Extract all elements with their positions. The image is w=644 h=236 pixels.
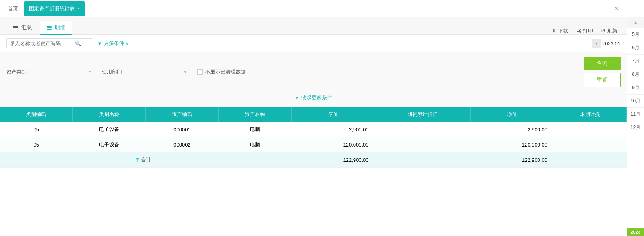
cell-current-dep	[554, 137, 627, 152]
svg-rect-0	[13, 26, 18, 27]
asset-category-select[interactable]: ▾	[30, 69, 92, 75]
department-field: 使用部门 ▾	[102, 68, 188, 75]
cell-category-code: 05	[0, 137, 72, 152]
month-item[interactable]: 12月	[627, 121, 644, 134]
window-close-button[interactable]: ✕	[611, 3, 622, 14]
reset-button[interactable]: 重置	[584, 73, 621, 87]
cell-accumulated-dep	[375, 137, 470, 152]
search-icon: 🔍	[75, 40, 81, 46]
svg-rect-2	[13, 29, 18, 29]
svg-rect-1	[13, 27, 18, 28]
nav-tab-label: 固定资产折旧统计表	[29, 5, 75, 12]
print-button[interactable]: 🖨 打印	[576, 27, 593, 34]
total-accumulated-dep	[375, 152, 470, 168]
active-nav-tab[interactable]: 固定资产折旧统计表 ×	[24, 1, 85, 16]
collapse-label: 收起更多条件	[301, 94, 332, 101]
table-header-row: 类别编码 类别名称 资产编码 资产名称 原值 期初累计折旧 净值 本期计提	[0, 107, 627, 122]
month-item[interactable]: 9月	[627, 81, 644, 95]
download-button[interactable]: ⬇ 下载	[552, 27, 568, 34]
cell-category-code: 05	[0, 122, 72, 137]
top-nav: 首页 固定资产折旧统计表 × ✕	[0, 0, 627, 17]
year-badge: 2023	[627, 228, 644, 236]
cell-category-name: 电子设备	[72, 122, 145, 137]
month-item[interactable]: 8月	[627, 68, 644, 81]
search-input-wrap[interactable]: 🔍	[6, 38, 92, 48]
cell-original-value: 2,900.00	[292, 122, 375, 137]
month-item[interactable]: 5月	[627, 28, 644, 41]
department-arrow: ▾	[184, 70, 186, 74]
svg-rect-4	[47, 27, 52, 28]
total-label-cell: ⊞合计：	[0, 152, 292, 168]
download-icon: ⬇	[552, 28, 556, 34]
cell-net-value: 2,900.00	[470, 122, 554, 137]
total-current-dep	[554, 152, 627, 168]
total-row: ⊞合计： 122,900.00 122,900.00	[0, 152, 627, 168]
month-item[interactable]: 7月	[627, 55, 644, 68]
cell-original-value: 120,000.00	[292, 137, 375, 152]
search-input[interactable]	[10, 41, 72, 46]
col-header-accumulated-dep: 期初累计折旧	[375, 107, 470, 122]
col-header-asset-code: 资产编码	[146, 107, 218, 122]
sidebar-scroll-up[interactable]: ▲	[627, 17, 644, 28]
right-sidebar: ▲ 5月6月7月8月9月10月11月12月 2023	[627, 0, 644, 236]
date-nav: › 2023.01	[592, 39, 621, 48]
cell-asset-code: 000001	[146, 122, 218, 137]
col-header-current-dep: 本期计提	[554, 107, 627, 122]
layers-icon	[13, 25, 19, 31]
search-bar: 🔍 ▼ 更多条件 ∨ › 2023.01	[0, 35, 627, 52]
sidebar-top-spacer	[627, 0, 644, 17]
refresh-label: 刷新	[607, 27, 617, 34]
refresh-button[interactable]: ↺ 刷新	[601, 27, 617, 34]
collapse-conditions-toggle[interactable]: ∧ 收起更多条件	[6, 92, 621, 102]
hide-cleared-checkbox-wrap[interactable]: 不显示已清理数据	[197, 68, 246, 75]
department-label: 使用部门	[102, 68, 122, 75]
col-header-category-code: 类别编码	[0, 107, 72, 122]
month-item[interactable]: 6月	[627, 41, 644, 55]
asset-category-label: 资产类别	[6, 68, 27, 75]
query-button[interactable]: 查询	[584, 57, 621, 70]
total-original-value: 122,900.00	[292, 152, 375, 168]
asset-category-field: 资产类别 ▾	[6, 68, 92, 75]
col-header-asset-name: 资产名称	[218, 107, 291, 122]
hide-cleared-checkbox[interactable]	[197, 69, 203, 75]
filter-row-1: 资产类别 ▾ 使用部门 ▾ 不显示已清理数据 查询 重置	[6, 57, 621, 87]
table-row: 05 电子设备 000002 电脑 120,000.00 120,000.00	[0, 137, 627, 152]
table-row: 05 电子设备 000001 电脑 2,900.00 2,900.00	[0, 122, 627, 137]
download-label: 下载	[558, 27, 568, 34]
svg-rect-3	[47, 26, 52, 27]
asset-category-arrow: ▾	[89, 70, 91, 74]
filter-icon: ▼	[97, 41, 102, 46]
data-table-wrap: 类别编码 类别名称 资产编码 资产名称 原值 期初累计折旧 净值 本期计提 05…	[0, 107, 627, 236]
svg-rect-5	[47, 29, 52, 30]
tab-detail[interactable]: 明细	[40, 21, 72, 35]
col-header-original-value: 原值	[292, 107, 375, 122]
nav-tab-close-icon[interactable]: ×	[77, 6, 80, 11]
print-label: 打印	[583, 27, 593, 34]
hide-cleared-label: 不显示已清理数据	[205, 68, 246, 75]
chevron-down-icon: ∨	[126, 41, 129, 46]
tab-detail-label: 明细	[55, 24, 66, 31]
month-item[interactable]: 10月	[627, 95, 644, 108]
date-nav-arrow[interactable]: ›	[592, 39, 601, 48]
data-table: 类别编码 类别名称 资产编码 资产名称 原值 期初累计折旧 净值 本期计提 05…	[0, 107, 627, 168]
tab-summary-label: 汇总	[21, 24, 32, 31]
col-header-net-value: 净值	[470, 107, 554, 122]
col-header-category-name: 类别名称	[72, 107, 145, 122]
tab-summary[interactable]: 汇总	[6, 21, 38, 35]
filter-actions: 查询 重置	[584, 57, 621, 87]
cell-category-name: 电子设备	[72, 137, 145, 152]
cell-asset-name: 电脑	[218, 137, 291, 152]
cell-accumulated-dep	[375, 122, 470, 137]
print-icon: 🖨	[576, 28, 581, 34]
list-icon	[46, 25, 52, 31]
cell-current-dep	[554, 122, 627, 137]
cell-asset-name: 电脑	[218, 122, 291, 137]
collapse-up-icon: ∧	[295, 95, 299, 101]
more-conditions-toggle[interactable]: ▼ 更多条件 ∨	[97, 40, 129, 47]
department-select[interactable]: ▾	[125, 69, 188, 75]
filter-area: 资产类别 ▾ 使用部门 ▾ 不显示已清理数据 查询 重置	[0, 52, 627, 107]
total-net-value: 122,900.00	[470, 152, 554, 168]
date-display: 2023.01	[602, 41, 621, 46]
month-item[interactable]: 11月	[627, 108, 644, 121]
home-nav-item[interactable]: 首页	[5, 5, 21, 12]
